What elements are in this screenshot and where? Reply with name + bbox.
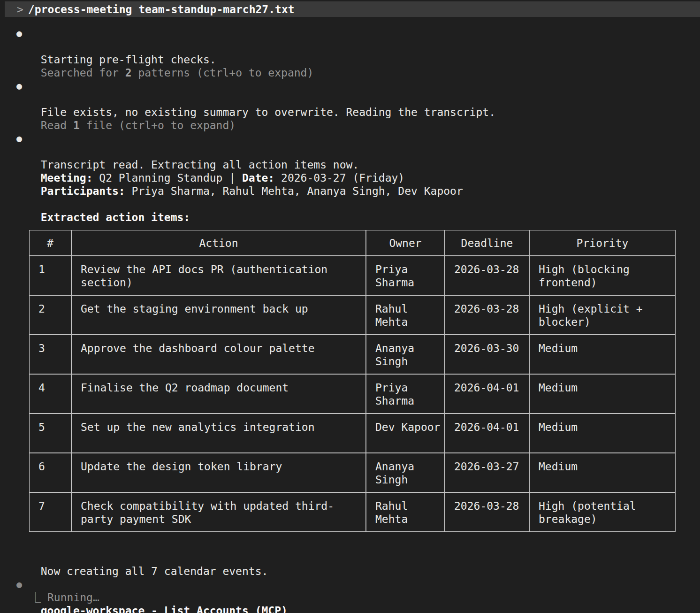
cell-deadline: 2026-04-01 xyxy=(445,414,529,453)
cell-owner: Ananya Singh xyxy=(366,335,445,374)
searched-suffix: patterns (ctrl+o to expand) xyxy=(132,67,314,79)
mcp-tool-line: ● google-workspace - List Accounts (MCP) xyxy=(0,578,700,591)
cell-owner: Rahul Mehta xyxy=(366,295,445,335)
header-num: # xyxy=(29,230,71,256)
creating-events-text: Now creating all 7 calendar events. xyxy=(41,565,268,577)
status-dot-icon: ● xyxy=(16,79,22,92)
status-dot-icon: ● xyxy=(16,132,22,145)
status-line-read: Read 1 file (ctrl+o to expand) xyxy=(0,106,700,119)
header-priority: Priority xyxy=(529,230,676,256)
cell-priority: High (potential breakage) xyxy=(529,492,676,532)
status-line-preflight: ● Starting pre-flight checks. xyxy=(0,27,700,40)
table-row: 4 Finalise the Q2 roadmap document Priya… xyxy=(29,374,676,414)
cell-priority: High (blocking frontend) xyxy=(529,256,676,295)
running-status-text: Running… xyxy=(47,591,99,604)
cell-priority: Medium xyxy=(529,335,676,374)
cell-owner: Dev Kapoor xyxy=(366,414,445,453)
header-deadline: Deadline xyxy=(445,230,529,256)
cell-priority: Medium xyxy=(529,414,676,453)
participants-line: Participants: Priya Sharma, Rahul Mehta,… xyxy=(0,171,700,184)
read-count: 1 xyxy=(73,119,80,131)
read-prefix: Read xyxy=(41,119,73,131)
status-line-transcript: ● Transcript read. Extracting all action… xyxy=(0,132,700,145)
table-title: Extracted action items: xyxy=(0,198,700,211)
table-header-row: # Action Owner Deadline Priority xyxy=(29,230,676,256)
cell-deadline: 2026-03-27 xyxy=(445,453,529,492)
cell-action: Update the design token library xyxy=(71,453,366,492)
cell-action: Approve the dashboard colour palette xyxy=(71,335,366,374)
cell-deadline: 2026-03-28 xyxy=(445,295,529,335)
command-text: /process-meeting team-standup-march27.tx… xyxy=(28,3,295,16)
cell-priority: High (explicit + blocker) xyxy=(529,295,676,335)
read-suffix: file (ctrl+o to expand) xyxy=(80,119,236,131)
cell-owner: Priya Sharma xyxy=(366,374,445,414)
searched-prefix: Searched for xyxy=(41,67,125,79)
table-row: 6 Update the design token library Ananya… xyxy=(29,453,676,492)
cell-owner: Ananya Singh xyxy=(366,453,445,492)
searched-count: 2 xyxy=(125,67,132,79)
cell-deadline: 2026-03-28 xyxy=(445,492,529,532)
command-bar[interactable]: > /process-meeting team-standup-march27.… xyxy=(5,1,700,17)
meeting-info-line: Meeting: Q2 Planning Standup | Date: 202… xyxy=(0,158,700,171)
status-dot-icon: ● xyxy=(16,578,22,591)
participants-label: Participants: xyxy=(41,185,125,197)
table-row: 5 Set up the new analytics integration D… xyxy=(29,414,676,453)
cell-num: 4 xyxy=(29,374,71,414)
cell-deadline: 2026-04-01 xyxy=(445,374,529,414)
cell-num: 7 xyxy=(29,492,71,532)
table-title-text: Extracted action items: xyxy=(41,211,190,223)
cell-num: 2 xyxy=(29,295,71,335)
table-row: 7 Check compatibility with updated third… xyxy=(29,492,676,532)
cell-priority: Medium xyxy=(529,374,676,414)
status-line-file-exists: ● File exists, no existing summary to ov… xyxy=(0,79,700,92)
cell-deadline: 2026-03-30 xyxy=(445,335,529,374)
cell-action: Get the staging environment back up xyxy=(71,295,366,335)
cell-num: 1 xyxy=(29,256,71,295)
mcp-tool-title: google-workspace - List Accounts (MCP) xyxy=(41,605,288,613)
creating-events-line: Now creating all 7 calendar events. xyxy=(0,552,700,565)
header-action: Action xyxy=(71,230,366,256)
cell-action: Check compatibility with updated third-p… xyxy=(71,492,366,532)
cell-num: 6 xyxy=(29,453,71,492)
status-line-searched: Searched for 2 patterns (ctrl+o to expan… xyxy=(0,53,700,66)
cell-action: Review the API docs PR (authentication s… xyxy=(71,256,366,295)
table-row: 2 Get the staging environment back up Ra… xyxy=(29,295,676,335)
header-owner: Owner xyxy=(366,230,445,256)
prompt-chevron-icon: > xyxy=(17,3,23,16)
participants-value: Priya Sharma, Rahul Mehta, Ananya Singh,… xyxy=(125,185,463,197)
cell-action: Finalise the Q2 roadmap document xyxy=(71,374,366,414)
cell-owner: Rahul Mehta xyxy=(366,492,445,532)
table-row: 1 Review the API docs PR (authentication… xyxy=(29,256,676,295)
cell-num: 3 xyxy=(29,335,71,374)
table-row: 3 Approve the dashboard colour palette A… xyxy=(29,335,676,374)
cell-priority: Medium xyxy=(529,453,676,492)
status-dot-icon: ● xyxy=(16,27,22,40)
action-items-table: # Action Owner Deadline Priority 1 Revie… xyxy=(29,230,676,532)
mcp-running-line: ⎿Running… xyxy=(0,591,700,604)
cell-owner: Priya Sharma xyxy=(366,256,445,295)
cell-action: Set up the new analytics integration xyxy=(71,414,366,453)
cell-deadline: 2026-03-28 xyxy=(445,256,529,295)
cell-num: 5 xyxy=(29,414,71,453)
